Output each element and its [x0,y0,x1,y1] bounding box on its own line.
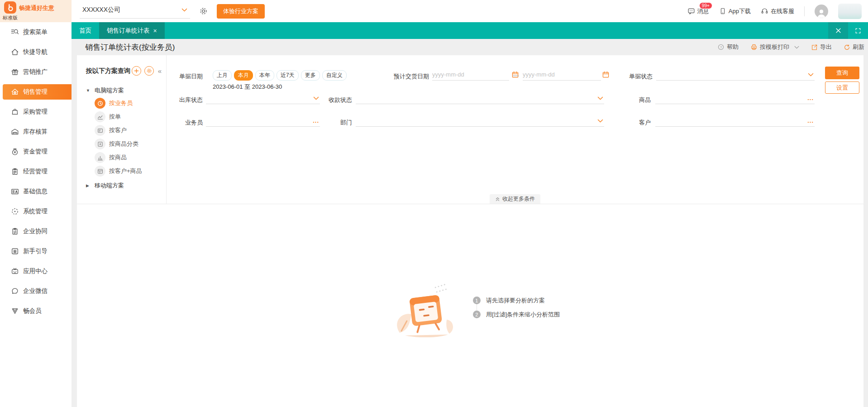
payment-status-select[interactable] [356,92,604,104]
sidebar-item-label: 搜索菜单 [23,28,48,36]
top-right-actions: 消息 99+ App下载 在线客服 [687,4,862,19]
step-item: 1 请先选择要分析的方案 [473,296,560,306]
plan-item-by-goods[interactable]: 按商品 [86,151,162,164]
calendar-icon[interactable] [602,71,610,78]
department-label: 部门 [316,119,352,127]
pill-this-month[interactable]: 本月 [234,70,253,81]
sidebar-item-label: 营销推广 [23,68,48,76]
clipboard-icon [11,168,19,176]
add-plan-icon[interactable] [132,66,141,76]
settings-gear-icon[interactable] [199,7,208,15]
plan-item-by-salesman[interactable]: 按业务员 [86,96,162,110]
company-name: XXXXXX公司 [82,6,120,14]
close-tab-icon[interactable]: × [153,28,157,34]
sidebar-item-label: 应用中心 [23,267,48,275]
sidebar-item-label: 经营管理 [23,168,48,176]
plan-item-by-customer-goods[interactable]: 按客户+商品 [86,164,162,178]
caret-down-icon[interactable]: ▼ [86,88,91,93]
sidebar-item-system[interactable]: 系统管理 [0,201,72,221]
customer-picker[interactable]: ... [655,115,815,127]
sidebar-item-collaboration[interactable]: 企业协同 [0,221,72,241]
company-avatar[interactable] [838,4,862,19]
fullscreen-icon[interactable] [848,22,868,39]
close-all-tabs-icon[interactable] [828,22,848,39]
question-mark: ? [720,45,722,49]
goods-picker[interactable]: ... [655,92,815,104]
sidebar-item-app-center[interactable]: 应用中心 [0,261,72,281]
printer-icon [750,43,758,51]
plan-item-by-order[interactable]: 按单 [86,110,162,124]
app-download-button[interactable]: App下载 [719,7,751,15]
chevron-down-icon [808,73,815,77]
settings-button[interactable]: 设置 [825,81,859,94]
tree-group-pc[interactable]: ▼ 电脑端方案 [86,85,162,96]
messages-button[interactable]: 消息 99+ [687,7,709,15]
date-range-separator: — [513,72,519,79]
doc-date-range[interactable]: 2023-06-01 至 2023-06-30 [213,83,282,91]
sidebar-item-purchase[interactable]: 采购管理 [0,102,72,122]
empty-state: 1 请先选择要分析的方案 2 用[过滤]条件来缩小分析范围 [391,278,560,337]
sidebar-item-funds[interactable]: 资金管理 [0,142,72,162]
query-plan-panel: 按以下方案查询 « ▼ [77,55,167,204]
sidebar-item-member[interactable]: 畅会员 [0,301,72,321]
sidebar-item-basic-info[interactable]: 基础信息 [0,182,72,201]
refresh-button[interactable]: 刷新 [844,43,864,51]
sidebar-item-operations[interactable]: 经营管理 [0,162,72,182]
plan-item-by-category[interactable]: 按商品分类 [86,137,162,151]
pill-more[interactable]: 更多 [301,70,320,81]
sidebar-item-newbie-guide[interactable]: 新手引导 [0,241,72,261]
message-bubble-icon [687,7,695,15]
chevron-down-icon[interactable] [794,46,799,49]
id-card-icon [11,187,19,196]
user-avatar[interactable] [815,5,828,18]
app-center-icon [11,267,19,275]
results-area: 1 请先选择要分析的方案 2 用[过滤]条件来缩小分析范围 [77,204,863,407]
export-button[interactable]: 导出 [811,43,832,51]
brand-logo-icon [4,1,16,14]
tab-spacer [165,22,828,39]
plan-settings-gear-icon[interactable] [144,66,154,76]
delivery-date-end-field[interactable] [523,69,601,81]
sidebar-item-sales[interactable]: 销售管理 [3,84,72,100]
system-circle-icon [11,207,19,215]
salesman-label: 业务员 [167,119,203,127]
category-box-icon [95,139,105,149]
doc-status-select[interactable] [656,69,815,81]
company-selector[interactable]: XXXXXX公司 [80,1,190,19]
pill-last-7-days[interactable]: 近7天 [277,70,299,81]
delivery-date-end-input[interactable] [523,71,602,78]
online-service-button[interactable]: 在线客服 [761,7,794,15]
ellipsis-picker-icon: ... [807,119,815,123]
trend-chart-icon [95,111,105,122]
app-download-label: App下载 [729,7,751,15]
pill-this-year[interactable]: 本年 [255,70,274,81]
trial-button[interactable]: 体验行业方案 [217,4,265,19]
collapse-more-conditions[interactable]: 收起更多条件 [490,194,540,204]
sidebar-item-wechat[interactable]: 企业微信 [0,281,72,301]
sidebar-item-marketing[interactable]: 营销推广 [0,62,72,82]
sidebar-item-search-menu[interactable]: 搜索菜单 [0,22,72,42]
delivery-date-start-field[interactable] [432,69,509,81]
salesman-picker[interactable]: ... [206,115,320,127]
help-button[interactable]: ? 帮助 [717,43,739,51]
delivery-date-start-input[interactable] [432,71,512,78]
caret-right-icon[interactable]: ▶ [86,183,91,188]
collapse-panel-icon[interactable]: « [158,67,162,74]
print-by-template-button[interactable]: 按模板打印 [750,43,799,51]
tree-group-mobile[interactable]: ▶ 移动端方案 [86,180,162,192]
plan-item-by-customer[interactable]: 按客户 [86,124,162,137]
query-button[interactable]: 查询 [825,67,859,79]
sidebar-item-inventory[interactable]: 库存核算 [0,122,72,142]
sidebar-item-label: 系统管理 [23,207,48,215]
grid-icon [95,166,105,177]
outbound-status-select[interactable] [206,92,320,104]
pill-custom[interactable]: 自定义 [322,70,347,81]
department-select[interactable] [356,115,604,127]
pill-last-month[interactable]: 上月 [213,70,232,81]
collab-board-icon [11,227,19,235]
warehouse-icon [11,128,19,136]
tab-home[interactable]: 首页 [72,22,99,39]
brand-logo[interactable]: 畅捷通好生意 标准版 [0,0,72,22]
sidebar-item-quick-nav[interactable]: 快捷导航 [0,42,72,62]
tab-sales-order-report[interactable]: 销售订单统计表 × [99,22,165,39]
